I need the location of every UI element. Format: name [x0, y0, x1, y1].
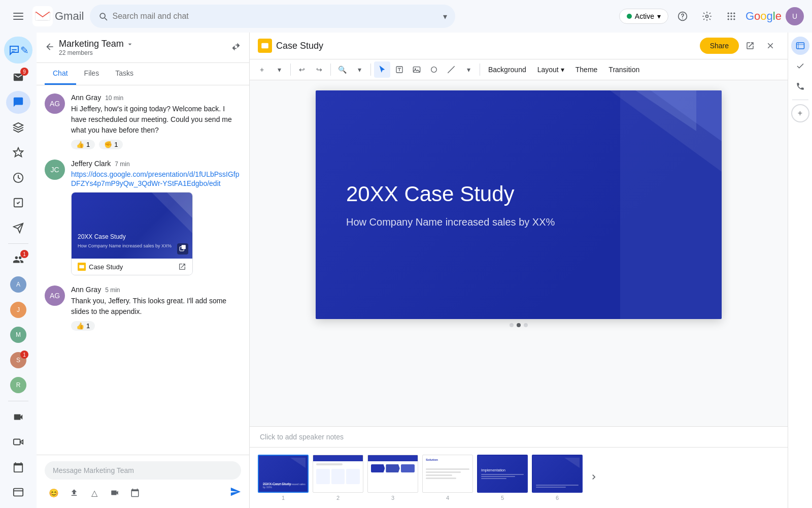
contacts-badge: 1	[20, 250, 28, 258]
sidebar-send-icon[interactable]	[6, 216, 30, 239]
slide-thumb-4[interactable]: Solution 4	[422, 455, 473, 501]
tab-files[interactable]: Files	[76, 63, 108, 85]
search-bar[interactable]: ▾	[90, 5, 455, 28]
svg-marker-17	[14, 148, 23, 156]
zoom-dropdown-button[interactable]: ▾	[351, 61, 367, 78]
thumb-line	[481, 476, 515, 477]
sidebar-recent-icon[interactable]	[6, 166, 30, 189]
settings-icon[interactable]	[697, 6, 717, 26]
calendar-button[interactable]	[126, 484, 144, 502]
slide-dot-2[interactable]	[517, 323, 521, 327]
right-panel-slides-icon[interactable]	[791, 37, 809, 55]
right-panel-add-button[interactable]: +	[791, 104, 809, 122]
compose-icon: ✎	[20, 44, 29, 56]
svg-point-33	[431, 67, 437, 73]
sidebar-mail-icon[interactable]: 9	[6, 66, 30, 88]
share-button[interactable]: Share	[700, 38, 739, 54]
sidebar-spaces-icon[interactable]	[6, 116, 30, 139]
svg-point-9	[730, 13, 732, 14]
svg-rect-28	[79, 265, 84, 269]
tab-chat[interactable]: Chat	[45, 63, 76, 85]
sidebar-calendar-icon[interactable]	[6, 456, 30, 479]
search-chevron-icon[interactable]: ▾	[443, 12, 447, 21]
reaction-thumbsup[interactable]: 👍 1	[71, 140, 95, 149]
message-content: Ann Gray 10 min Hi Jeffery, how's it goi…	[71, 93, 241, 149]
apps-icon[interactable]	[721, 6, 741, 26]
video-button[interactable]	[106, 484, 124, 502]
chat-input-box[interactable]: Message Marketing Team	[45, 461, 241, 480]
right-panel-check-icon[interactable]	[791, 57, 809, 75]
thumb-arrow	[386, 464, 399, 472]
sidebar-contacts-icon[interactable]: 1	[6, 248, 30, 271]
strip-next-button[interactable]	[589, 472, 599, 484]
sidebar-avatar-2[interactable]: J	[6, 298, 30, 321]
thumb-content-2	[316, 463, 360, 484]
slide-thumb-6[interactable]: 6	[532, 455, 583, 501]
sidebar-video-add-icon[interactable]	[6, 431, 30, 454]
send-button[interactable]	[230, 486, 241, 499]
reaction-wave[interactable]: ✊ 1	[99, 140, 123, 149]
line-dropdown-button[interactable]: ▾	[460, 61, 477, 78]
expand-icon[interactable]	[231, 42, 241, 54]
undo-button[interactable]: ↩	[294, 61, 310, 78]
topbar-left: Gmail	[8, 6, 84, 26]
message-content: Ann Gray 5 min Thank you, Jeffery. This …	[71, 285, 241, 331]
sidebar-chat-icon[interactable]	[6, 91, 30, 114]
slide-thumb-1[interactable]: 20XX Case Study How Company Name increas…	[258, 455, 309, 501]
open-external-icon[interactable]	[741, 37, 759, 55]
close-button[interactable]	[761, 37, 780, 55]
sidebar-save-icon[interactable]	[6, 191, 30, 214]
status-button[interactable]: Active ▾	[619, 9, 668, 24]
redo-button[interactable]: ↪	[311, 61, 327, 78]
slide-preview[interactable]: 20XX Case Study How Company Name increas…	[71, 192, 193, 275]
layout-label: Layout	[537, 66, 559, 74]
message-link[interactable]: https://docs.google.com/presentation/d/1…	[71, 170, 240, 187]
help-icon[interactable]	[672, 6, 693, 26]
slide-thumb-5[interactable]: Implementation 5	[477, 455, 528, 501]
element-dropdown-button[interactable]: ▾	[271, 61, 287, 78]
add-element-button[interactable]: +	[254, 61, 270, 78]
text-box-button[interactable]	[391, 61, 408, 78]
tab-tasks[interactable]: Tasks	[107, 63, 142, 85]
theme-button[interactable]: Theme	[570, 64, 603, 76]
background-button[interactable]: Background	[483, 64, 531, 76]
layout-button[interactable]: Layout ▾	[532, 64, 569, 76]
image-button[interactable]	[409, 61, 425, 78]
slide-dot-3[interactable]	[524, 323, 528, 327]
emoji-button[interactable]: 😊	[45, 484, 63, 502]
shape-button[interactable]	[426, 61, 442, 78]
slide-main-title: 20XX Case Study	[346, 182, 555, 206]
sidebar-avatar-3[interactable]: M	[6, 324, 30, 346]
right-panel-phone-icon[interactable]	[791, 77, 809, 96]
sidebar-starred-icon[interactable]	[6, 141, 30, 164]
chat-header-info: Marketing Team 22 members	[59, 39, 134, 56]
thumb-sub-1: How Company Name increased sales by XX%	[263, 483, 308, 489]
slide-main: 20XX Case Study How Company Name increas…	[250, 80, 788, 426]
upload-button[interactable]	[65, 484, 83, 502]
slide-thumb-2[interactable]: 2	[313, 455, 363, 501]
back-button[interactable]	[45, 42, 55, 54]
menu-icon[interactable]	[8, 6, 28, 26]
slide-thumb-3[interactable]: 3	[367, 455, 418, 501]
user-avatar[interactable]: U	[786, 7, 804, 25]
line-button[interactable]	[443, 61, 459, 78]
slide-dot-1[interactable]	[510, 323, 514, 327]
external-link-icon[interactable]	[178, 263, 186, 271]
drive-button[interactable]: △	[85, 484, 104, 502]
zoom-button[interactable]: 🔍	[334, 61, 350, 78]
svg-point-15	[730, 18, 732, 20]
notes-area[interactable]: Click to add speaker notes	[250, 426, 788, 447]
sidebar-avatar-4[interactable]: S 1	[6, 348, 30, 371]
sidebar-avatar-1[interactable]: A	[6, 273, 30, 296]
select-tool-button[interactable]	[374, 61, 390, 78]
svg-rect-22	[14, 439, 20, 445]
sidebar-window-icon[interactable]	[6, 481, 30, 503]
sidebar-avatar-5[interactable]: R	[6, 374, 30, 397]
reaction-count: 1	[114, 141, 118, 148]
slide-canvas[interactable]: 20XX Case Study How Company Name increas…	[316, 90, 722, 319]
compose-button[interactable]: ✎	[4, 37, 32, 64]
sidebar-meet-video-icon[interactable]	[6, 405, 30, 428]
reaction-thumbsup-2[interactable]: 👍 1	[71, 321, 95, 331]
search-input[interactable]	[112, 12, 439, 21]
transition-button[interactable]: Transition	[603, 64, 645, 76]
